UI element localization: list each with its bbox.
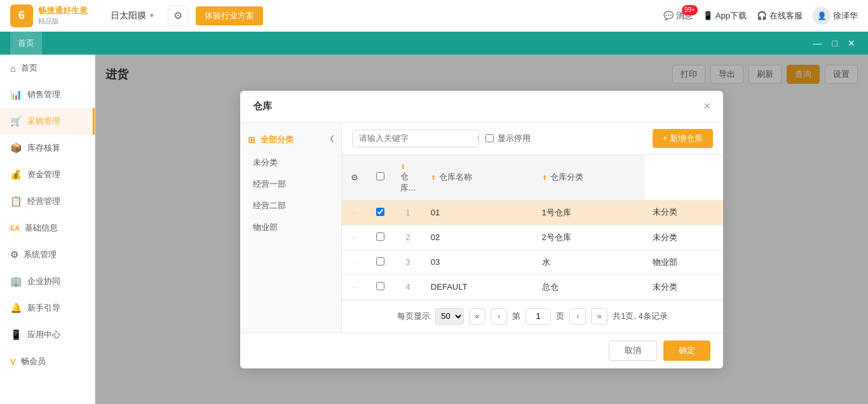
- row-checkbox-3[interactable]: [367, 274, 393, 299]
- sort-icon-category: ⬆: [542, 174, 547, 181]
- second-nav-controls: — □ ✕: [811, 36, 858, 51]
- warehouse-modal: 仓库 × ⊞ 全部分类 《 未分类: [240, 91, 723, 368]
- second-nav: 首页 — □ ✕: [0, 32, 868, 55]
- purchase-icon: 🛒: [10, 116, 22, 127]
- row-name-1: 2号仓库: [534, 225, 646, 250]
- row-actions-1: ···: [342, 225, 367, 250]
- modal-body: ⊞ 全部分类 《 未分类 经营一部 经营二部 物业部: [240, 123, 723, 332]
- table-row[interactable]: ··· 1 01 1号仓库 未分类: [342, 200, 723, 225]
- row-num-0: 1: [393, 200, 423, 225]
- nav-center: 日太阳膜 ▼ ⚙ 体验行业方案: [105, 6, 663, 26]
- second-nav-home[interactable]: 首页: [10, 32, 42, 55]
- modal-content-right: 🔍 显示停用 + 新增仓库: [342, 123, 723, 332]
- close-btn[interactable]: ✕: [845, 36, 858, 51]
- company-icon: 🏢: [10, 276, 22, 287]
- row-num-2: 3: [393, 250, 423, 274]
- row-actions-0: ···: [342, 200, 367, 225]
- message-icon: 💬: [663, 11, 674, 20]
- table-row[interactable]: ··· 3 03 水 物业部: [342, 250, 723, 274]
- modal-sidebar-header: ⊞ 全部分类 《: [240, 130, 341, 152]
- last-page-btn[interactable]: »: [591, 308, 607, 325]
- finance-icon: 💰: [10, 169, 22, 180]
- modal-close-btn[interactable]: ×: [703, 100, 710, 113]
- row-name-2: 水: [534, 250, 646, 274]
- sort-icon-name: ⬆: [431, 174, 436, 181]
- service-item[interactable]: 🎧 在线客服: [757, 10, 803, 22]
- logo-icon: 6: [10, 4, 33, 27]
- row-checkbox-1[interactable]: [367, 225, 393, 250]
- row-category-1: 未分类: [645, 225, 723, 250]
- modal-search[interactable]: 🔍: [352, 130, 479, 147]
- experience-btn[interactable]: 体验行业方案: [196, 6, 263, 25]
- collapse-icon[interactable]: 《: [326, 134, 334, 145]
- select-all-checkbox[interactable]: [376, 172, 384, 180]
- system-icon: ⚙: [10, 249, 18, 260]
- table-header-row: ⚙ ⬆ 仓库... ⬆ 仓库名称: [342, 155, 723, 201]
- confirm-btn[interactable]: 确定: [663, 340, 710, 361]
- message-item[interactable]: 💬 消息 99+: [663, 10, 693, 22]
- search-input[interactable]: [353, 130, 472, 146]
- row-category-3: 未分类: [645, 274, 723, 299]
- next-page-btn[interactable]: ›: [569, 308, 586, 325]
- message-badge: 99+: [682, 5, 698, 15]
- category-item-ops1[interactable]: 经营一部: [240, 173, 341, 195]
- sidebar-item-sales[interactable]: 📊 销售管理: [0, 81, 95, 108]
- basic-icon: EA: [10, 224, 20, 232]
- page-number-input[interactable]: [526, 308, 551, 325]
- col-code: ⬆ 仓库...: [393, 155, 423, 201]
- maximize-btn[interactable]: □: [830, 36, 840, 51]
- row-name-0: 1号仓库: [534, 200, 646, 225]
- category-item-unclassified[interactable]: 未分类: [240, 152, 341, 173]
- sidebar-item-basic[interactable]: EA 基础信息: [0, 215, 95, 241]
- sidebar-item-purchase[interactable]: 🛒 采购管理: [0, 108, 95, 135]
- avatar: 👤: [813, 7, 831, 25]
- company-selector[interactable]: 日太阳膜 ▼: [105, 8, 160, 24]
- stock-icon: 📦: [10, 142, 22, 154]
- row-checkbox-2[interactable]: [367, 250, 393, 274]
- per-page-select[interactable]: 50: [435, 308, 464, 325]
- prev-page-btn[interactable]: ‹: [491, 308, 507, 325]
- sidebar-item-system[interactable]: ⚙ 系统管理: [0, 241, 95, 268]
- sidebar-item-finance[interactable]: 💰 资金管理: [0, 161, 95, 188]
- sidebar-item-appcenter[interactable]: 📱 应用中心: [0, 321, 95, 348]
- user-item[interactable]: 👤 徐泽华: [813, 7, 858, 25]
- add-warehouse-btn[interactable]: + 新增仓库: [653, 129, 713, 148]
- guide-icon: 🔔: [10, 302, 22, 314]
- settings-icon[interactable]: ⚙: [168, 6, 188, 26]
- sidebar-item-stock[interactable]: 📦 库存核算: [0, 135, 95, 161]
- col-checkbox: [367, 155, 393, 201]
- sidebar-item-manage[interactable]: 📋 经营管理: [0, 188, 95, 215]
- show-disabled-area: 显示停用: [485, 133, 531, 144]
- sidebar-item-member[interactable]: V 畅会员: [0, 348, 95, 375]
- sidebar-item-guide[interactable]: 🔔 新手引导: [0, 295, 95, 321]
- app-download-item[interactable]: 📱 App下载: [703, 10, 747, 22]
- home-icon: [10, 63, 16, 74]
- row-checkbox-0[interactable]: [367, 200, 393, 225]
- main-layout: 首页 📊 销售管理 🛒 采购管理 📦 库存核算 💰 资金管理 📋 经营管理 EA…: [0, 55, 868, 404]
- top-nav: 6 畅捷通好生意 精品版 日太阳膜 ▼ ⚙ 体验行业方案 💬 消息 99+ 📱 …: [0, 0, 868, 32]
- sidebar-item-company[interactable]: 🏢 企业协同: [0, 268, 95, 295]
- nav-right: 💬 消息 99+ 📱 App下载 🎧 在线客服 👤 徐泽华: [663, 7, 858, 25]
- category-item-ops2[interactable]: 经营二部: [240, 195, 341, 217]
- modal-table: ⚙ ⬆ 仓库... ⬆ 仓库名称: [342, 155, 723, 300]
- cancel-btn[interactable]: 取消: [609, 340, 657, 361]
- member-icon: V: [10, 357, 16, 367]
- table-row[interactable]: ··· 2 02 2号仓库 未分类: [342, 225, 723, 250]
- col-settings: ⚙: [342, 155, 367, 201]
- sidebar-item-home[interactable]: 首页: [0, 55, 95, 81]
- minimize-btn[interactable]: —: [811, 36, 825, 51]
- row-code-1: 02: [423, 225, 534, 250]
- col-category: ⬆ 仓库分类: [534, 155, 646, 201]
- col-name: ⬆ 仓库名称: [423, 155, 534, 201]
- row-actions-2: ···: [342, 250, 367, 274]
- content-area: 进货 打印 导出 刷新 查询 设置 仓库 ×: [95, 55, 868, 404]
- modal-category-sidebar: ⊞ 全部分类 《 未分类 经营一部 经营二部 物业部: [240, 123, 342, 332]
- table-row[interactable]: ··· 4 DEFAULT 总仓 未分类: [342, 274, 723, 299]
- category-item-property[interactable]: 物业部: [240, 217, 341, 238]
- show-disabled-checkbox[interactable]: [485, 134, 494, 142]
- row-code-2: 03: [423, 250, 534, 274]
- appcenter-icon: 📱: [10, 329, 22, 340]
- first-page-btn[interactable]: «: [469, 308, 485, 325]
- sales-icon: 📊: [10, 89, 22, 100]
- search-btn[interactable]: 🔍: [472, 130, 479, 147]
